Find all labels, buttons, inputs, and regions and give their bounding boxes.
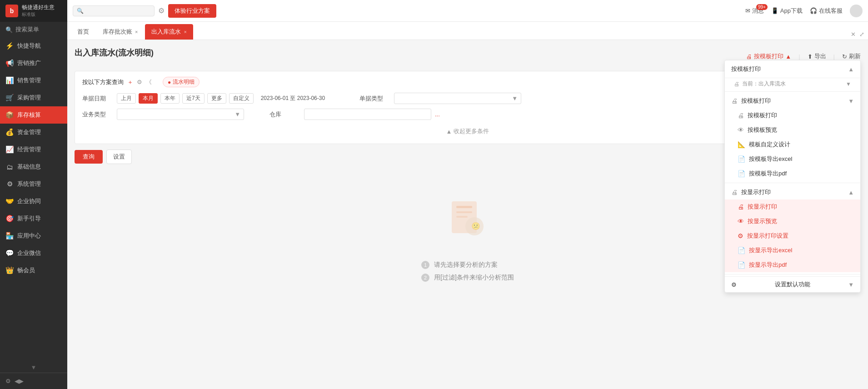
section-template-print-section-label: 按模板打印 — [741, 97, 771, 105]
print-section-display-print-section[interactable]: 🖨按显示打印▲ — [725, 185, 860, 199]
filter-tag-wrap: ● 流水明细 — [163, 77, 200, 87]
sidebar-guide-icon: 🎯 — [5, 214, 14, 223]
sidebar-item-sales[interactable]: 📊 销售管理 — [0, 72, 67, 89]
date-btn-custom[interactable]: 自定义 — [229, 93, 254, 104]
display-preview-label: 按显示预览 — [748, 217, 777, 225]
print-item-template-export-excel[interactable]: 📄按模板导出excel — [725, 152, 860, 166]
online-service[interactable]: 🎧 在线客服 — [810, 7, 843, 15]
print-item-display-preview[interactable]: 👁按显示预览 — [725, 214, 860, 229]
step-2-num: 2 — [421, 274, 429, 282]
biz-type-select-wrap: ▼ — [117, 109, 244, 120]
sidebar-item-inventory[interactable]: 📦 库存核算 — [0, 106, 67, 124]
doc-type-input[interactable] — [394, 93, 521, 104]
print-item-template-print-item[interactable]: 🖨按模板打印 — [725, 108, 860, 123]
date-btn-current-month[interactable]: 本月 — [139, 93, 158, 104]
sidebar-app-center-label: 应用中心 — [17, 232, 41, 240]
tab-home[interactable]: 首页 — [71, 24, 95, 40]
section-template-print-section-arrow: ▼ — [848, 98, 854, 105]
tab-batch-account-label: 库存批次账 — [103, 28, 132, 36]
refresh-btn[interactable]: ↻ 刷新 — [842, 52, 861, 60]
sidebar-item-weixin[interactable]: 💬 企业微信 — [0, 244, 67, 262]
date-btn-more[interactable]: 更多 — [207, 93, 226, 104]
expand-tab-icon[interactable]: ⤢ — [859, 31, 864, 38]
tab-in-out-flow-close[interactable]: × — [184, 29, 186, 35]
close-tab-icon[interactable]: ✕ — [851, 31, 856, 38]
template-print-label: 按模板打印 — [754, 52, 783, 60]
step-1-text: 请先选择要分析的方案 — [434, 261, 498, 268]
message-badge[interactable]: ✉ 消息 99+ — [745, 7, 764, 15]
print-item-template-preview[interactable]: 👁按模板预览 — [725, 123, 860, 137]
section-template-print-section-icon: 🖨 — [731, 97, 738, 105]
print-bottom-item[interactable]: ⚙设置默认功能▼ — [725, 276, 860, 292]
topbar-gear-icon[interactable]: ⚙ — [158, 6, 165, 15]
topbar-search-box[interactable]: 🔍 — [73, 5, 155, 16]
export-btn[interactable]: ⬆ 导出 — [808, 52, 826, 60]
date-btn-last-7-days[interactable]: 近7天 — [182, 93, 205, 104]
sidebar-item-quick-nav[interactable]: ⚡ 快捷导航 — [0, 37, 67, 55]
sidebar-inventory-icon: 📦 — [5, 111, 14, 119]
warehouse-more[interactable]: ... — [435, 111, 440, 118]
date-btn-last-month[interactable]: 上月 — [117, 93, 136, 104]
print-item-display-export-pdf[interactable]: 📄按显示导出pdf — [725, 258, 860, 272]
template-print-btn[interactable]: 🖨 按模板打印 ▲ — [746, 52, 791, 60]
date-btn-current-year[interactable]: 本年 — [160, 93, 180, 104]
sidebar-finance-label: 资金管理 — [17, 128, 41, 136]
template-export-excel-icon: 📄 — [738, 155, 745, 163]
warehouse-label: 仓库 — [269, 110, 297, 119]
sidebar-item-guide[interactable]: 🎯 新手引导 — [0, 210, 67, 227]
sidebar-item-basic[interactable]: 🗂 基础信息 — [0, 158, 67, 175]
sidebar-item-app-center[interactable]: 🏪 应用中心 — [0, 227, 67, 244]
sidebar-item-member[interactable]: 👑 畅会员 — [0, 262, 67, 279]
sidebar-enterprise-icon: 🤝 — [5, 197, 14, 205]
display-export-excel-label: 按显示导出excel — [749, 246, 792, 254]
sidebar-item-operation[interactable]: 📈 经营管理 — [0, 141, 67, 158]
print-item-display-print-settings[interactable]: ⚙按显示打印设置 — [725, 229, 860, 243]
sidebar-item-marketing[interactable]: 📢 营销推广 — [0, 55, 67, 72]
collapse-label: 收起更多条件 — [454, 127, 489, 135]
sidebar-weixin-label: 企业微信 — [17, 249, 41, 257]
tab-in-out-flow[interactable]: 出入库流水× — [145, 24, 193, 40]
print-item-display-export-excel[interactable]: 📄按显示导出excel — [725, 243, 860, 258]
sidebar-purchase-label: 采购管理 — [17, 94, 41, 102]
separator-2: | — [833, 53, 835, 60]
filter-gear-icon[interactable]: ⚙ — [137, 79, 142, 85]
print-item-template-customize[interactable]: 📐模板自定义设计 — [725, 137, 860, 152]
sidebar-bottom: ⚙ ◀▶ — [0, 373, 67, 389]
sidebar-item-finance[interactable]: 💰 资金管理 — [0, 124, 67, 141]
collapse-icon[interactable]: ◀▶ — [15, 378, 24, 384]
content-area: 出入库流水(流水明细) 🖨 按模板打印 ▲ | ⬆ 导出 | ↻ 刷新 — [67, 40, 868, 389]
tab-batch-account-close[interactable]: × — [135, 29, 138, 35]
sidebar-search[interactable]: 🔍 搜索菜单 — [0, 22, 67, 37]
topbar-search-icon: 🔍 — [77, 8, 84, 14]
print-dropdown-close[interactable]: ▲ — [848, 66, 854, 73]
industry-btn[interactable]: 体验行业方案 — [168, 4, 216, 18]
sidebar-member-icon: 👑 — [5, 266, 14, 274]
tab-batch-account[interactable]: 库存批次账× — [96, 24, 144, 40]
sidebar-item-purchase[interactable]: 🛒 采购管理 — [0, 89, 67, 106]
warehouse-input[interactable] — [304, 109, 431, 120]
search-icon: 🔍 — [5, 26, 13, 33]
print-item-display-print-item[interactable]: 🖨按显示打印 — [725, 199, 860, 214]
svg-text:😕: 😕 — [471, 222, 480, 230]
app-download[interactable]: 📱 App下载 — [771, 7, 803, 15]
sidebar-system-label: 系统管理 — [17, 180, 41, 188]
sidebar-scroll-down[interactable]: ▼ — [0, 362, 67, 373]
settings-icon[interactable]: ⚙ — [5, 378, 11, 384]
template-print-item-icon: 🖨 — [738, 112, 744, 119]
message-count: 99+ — [756, 4, 768, 10]
query-button[interactable]: 查询 — [75, 150, 103, 164]
print-section-template-print-section[interactable]: 🖨按模板打印▼ — [725, 94, 860, 108]
sidebar-quick-nav-icon: ⚡ — [5, 42, 14, 50]
filter-collapse-icon[interactable]: 《 — [146, 78, 152, 86]
filter-add-icon[interactable]: ＋ — [127, 78, 133, 86]
date-options: 上月本月本年近7天更多自定义 — [117, 93, 254, 104]
sidebar-item-system[interactable]: ⚙ 系统管理 — [0, 175, 67, 193]
display-export-pdf-label: 按显示导出pdf — [749, 261, 787, 269]
biz-type-input[interactable] — [117, 109, 244, 120]
print-item-template-export-pdf[interactable]: 📄按模板导出pdf — [725, 166, 860, 181]
user-avatar[interactable] — [850, 5, 863, 17]
doc-type-select-wrap: ▼ — [394, 93, 521, 104]
sidebar-item-enterprise[interactable]: 🤝 企业协同 — [0, 193, 67, 210]
set-default-arrow: ▼ — [848, 281, 854, 288]
settings-button[interactable]: 设置 — [106, 150, 132, 164]
